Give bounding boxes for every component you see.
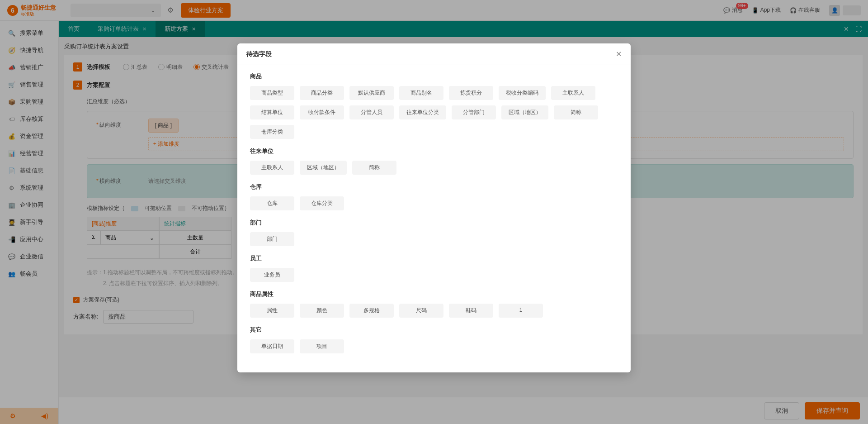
- field-option[interactable]: 商品别名: [399, 86, 443, 100]
- field-group-title: 商品: [250, 72, 618, 81]
- field-option[interactable]: 结算单位: [250, 105, 294, 119]
- field-option[interactable]: 主联系人: [551, 86, 595, 100]
- field-option[interactable]: 商品类型: [250, 86, 294, 100]
- field-option[interactable]: 单据日期: [250, 339, 294, 353]
- field-option[interactable]: 收付款条件: [300, 105, 344, 119]
- field-option[interactable]: 商品分类: [300, 86, 344, 100]
- field-option[interactable]: 业务员: [250, 268, 294, 282]
- field-option[interactable]: 税收分类编码: [499, 86, 546, 100]
- field-option[interactable]: 拣货积分: [449, 86, 493, 100]
- field-option[interactable]: 默认供应商: [349, 86, 394, 100]
- field-option[interactable]: 1: [499, 304, 543, 318]
- modal-overlay[interactable]: 待选字段 ✕ 商品商品类型商品分类默认供应商商品别名拣货积分税收分类编码主联系人…: [0, 0, 868, 424]
- field-option[interactable]: 部门: [250, 232, 294, 246]
- field-group-title: 往来单位: [250, 147, 618, 155]
- field-group: 其它单据日期项目: [250, 326, 618, 353]
- field-group: 往来单位主联系人区域（地区）简称: [250, 147, 618, 175]
- field-group: 商品属性属性颜色多规格尺码鞋码1: [250, 290, 618, 318]
- modal-close-button[interactable]: ✕: [616, 50, 622, 58]
- field-option[interactable]: 仓库分类: [250, 125, 294, 139]
- field-option[interactable]: 项目: [300, 339, 344, 353]
- field-option[interactable]: 区域（地区）: [300, 161, 347, 175]
- field-option[interactable]: 主联系人: [250, 161, 294, 175]
- field-group: 员工业务员: [250, 254, 618, 282]
- field-group-title: 员工: [250, 254, 618, 262]
- field-option[interactable]: 简称: [352, 161, 396, 175]
- field-group-title: 其它: [250, 326, 618, 334]
- field-option[interactable]: 往来单位分类: [399, 105, 446, 119]
- field-option[interactable]: 分管人员: [349, 105, 394, 119]
- field-group: 仓库仓库仓库分类: [250, 183, 618, 210]
- field-option[interactable]: 鞋码: [449, 304, 493, 318]
- field-selector-modal: 待选字段 ✕ 商品商品类型商品分类默认供应商商品别名拣货积分税收分类编码主联系人…: [237, 43, 631, 372]
- field-group-title: 部门: [250, 219, 618, 227]
- field-option[interactable]: 简称: [554, 105, 598, 119]
- field-group: 商品商品类型商品分类默认供应商商品别名拣货积分税收分类编码主联系人结算单位收付款…: [250, 72, 618, 139]
- field-option[interactable]: 尺码: [399, 304, 443, 318]
- field-group: 部门部门: [250, 219, 618, 246]
- field-option[interactable]: 多规格: [349, 304, 394, 318]
- field-option[interactable]: 属性: [250, 304, 294, 318]
- field-group-title: 仓库: [250, 183, 618, 191]
- field-option[interactable]: 仓库分类: [300, 196, 344, 210]
- field-option[interactable]: 仓库: [250, 196, 294, 210]
- modal-title: 待选字段: [246, 50, 272, 58]
- field-option[interactable]: 颜色: [300, 304, 344, 318]
- field-option[interactable]: 区域（地区）: [501, 105, 548, 119]
- field-option[interactable]: 分管部门: [452, 105, 496, 119]
- field-group-title: 商品属性: [250, 290, 618, 298]
